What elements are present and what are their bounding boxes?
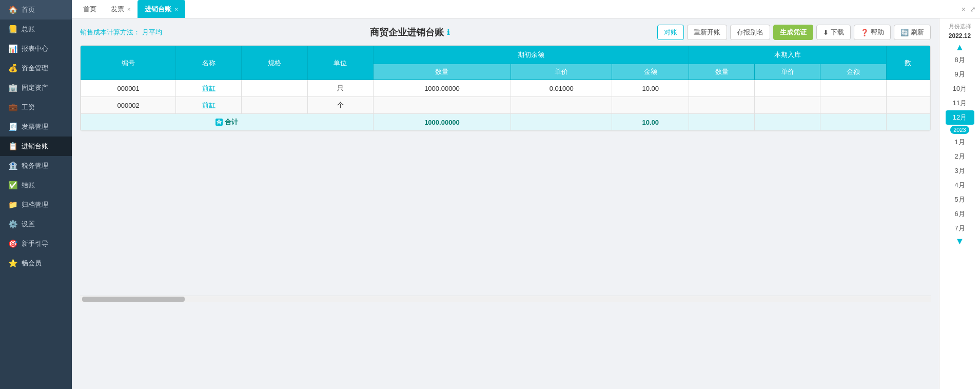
tab-stockledger[interactable]: 进销台账 × [138,0,185,18]
sidebar-item-salary[interactable]: 💼 工资 [0,98,72,117]
reports-icon: 📊 [8,44,17,53]
month-item-6[interactable]: 6月 [946,207,974,221]
sidebar-item-label: 新手引导 [22,239,48,248]
col-header-extra: 数 [886,46,930,80]
sidebar-item-ledger[interactable]: 📒 总账 [0,20,72,39]
total-row: 合 合计 1000.00000 10.00 [81,114,930,131]
month-item-4[interactable]: 4月 [946,178,974,192]
toolbar-row: 销售成本计算方法： 月平均 商贸企业进销台账 ℹ 对账 重新开账 存报别名 生成… [80,25,931,40]
month-item-10[interactable]: 10月 [946,82,974,96]
total-opening-amount: 10.00 [612,114,689,131]
tab-stockledger-close[interactable]: × [174,6,178,12]
month-item-3[interactable]: 3月 [946,164,974,178]
generate-voucher-button[interactable]: 生成凭证 [773,25,813,40]
help-button[interactable]: ❓ 帮助 [854,25,891,40]
refresh-icon: 🔄 [900,29,909,36]
sidebar-item-label: 归档管理 [22,200,48,209]
cell-in-amount [820,80,886,97]
cell-code: 000001 [81,80,176,97]
sub-header-opening-qty: 数量 [373,64,511,80]
cell-spec [242,97,307,114]
total-opening-price [511,114,612,131]
sidebar-item-label: 工资 [22,103,35,112]
reopen-button[interactable]: 重新开账 [687,25,727,40]
month-item-5[interactable]: 5月 [946,192,974,207]
guide-icon: 🎯 [8,239,17,248]
info-icon[interactable]: ℹ [447,28,449,36]
month-item-9[interactable]: 9月 [946,67,974,82]
sidebar-item-label: 首页 [22,5,35,14]
cell-opening-price [511,97,612,114]
cost-method-value: 月平均 [142,28,162,36]
tab-invoice[interactable]: 发票 × [104,0,138,18]
sidebar-item-funds[interactable]: 💰 资金管理 [0,59,72,78]
archive-icon: 📁 [8,200,17,209]
table-row: 000002 前缸 个 [81,97,930,114]
tab-invoice-close[interactable]: × [127,6,130,12]
sidebar-item-label: 进销台账 [22,142,48,151]
tab-bar: 首页 发票 × 进销台账 × × ⤢ [72,0,980,18]
window-maximize-button[interactable]: ⤢ [970,5,976,13]
sidebar-item-label: 总账 [22,25,35,34]
cell-extra [886,97,930,114]
cell-opening-price: 0.01000 [511,80,612,97]
reconcile-button[interactable]: 对账 [657,25,684,40]
funds-icon: 💰 [8,64,17,73]
month-item-8[interactable]: 8月 [946,53,974,67]
cell-in-qty [689,80,755,97]
main-area: 首页 发票 × 进销台账 × × ⤢ 销售成本计算方法： 月平均 [72,0,980,389]
month-picker-year-2022: 2022.12 [949,32,971,40]
download-button[interactable]: ⬇ 下载 [816,25,851,40]
sidebar-item-guide[interactable]: 🎯 新手引导 [0,234,72,254]
sidebar-item-settings[interactable]: ⚙️ 设置 [0,215,72,234]
month-item-7-2023[interactable]: 7月 [946,221,974,236]
cell-code: 000002 [81,97,176,114]
cost-method-label: 销售成本计算方法： [80,28,140,36]
sidebar-item-vip[interactable]: ⭐ 畅会员 [0,254,72,273]
month-item-2[interactable]: 2月 [946,149,974,164]
month-item-11[interactable]: 11月 [946,96,974,110]
sidebar-item-archive[interactable]: 📁 归档管理 [0,195,72,215]
month-next-button[interactable]: ▼ [954,236,966,247]
sidebar-item-assets[interactable]: 🏢 固定资产 [0,78,72,98]
sidebar-item-checkout[interactable]: ✅ 结账 [0,176,72,195]
cell-name: 前缸 [176,97,242,114]
year-badge-2023: 2023 [950,126,969,134]
sidebar-item-reports[interactable]: 📊 报表中心 [0,39,72,59]
sub-header-opening-price: 单价 [511,64,612,80]
sidebar-item-stockledger[interactable]: 📋 进销台账 [0,137,72,156]
total-icon: 合 [215,119,223,126]
sidebar-item-invoice[interactable]: 🧾 发票管理 [0,117,72,137]
col-header-unit: 单位 [307,46,373,80]
name-link[interactable]: 前缸 [202,84,215,92]
window-close-button[interactable]: × [962,5,966,13]
sidebar-item-tax[interactable]: 🏦 税务管理 [0,156,72,176]
total-label-cell: 合 合计 [81,114,374,131]
cell-opening-qty [373,97,511,114]
sidebar-item-home[interactable]: 🏠 首页 [0,0,72,20]
total-opening-qty: 1000.00000 [373,114,511,131]
name-link[interactable]: 前缸 [202,101,215,109]
table-container: 编号 名称 规格 单位 期初余额 本期入库 数 数量 单价 金额 数 [80,45,931,131]
sidebar-item-label: 设置 [22,220,35,229]
sidebar-item-label: 税务管理 [22,161,48,170]
stockledger-icon: 📋 [8,142,17,151]
sidebar-item-label: 结账 [22,181,35,190]
assets-icon: 🏢 [8,83,17,92]
bottom-scrollbar[interactable] [80,296,931,302]
help-icon: ❓ [860,29,869,36]
save-alias-button[interactable]: 存报别名 [730,25,770,40]
refresh-button[interactable]: 🔄 刷新 [894,25,931,40]
cell-unit: 只 [307,80,373,97]
cell-opening-amount [612,97,689,114]
sidebar-item-label: 报表中心 [22,44,48,53]
col-header-spec: 规格 [242,46,307,80]
tab-home[interactable]: 首页 [76,0,104,18]
month-item-1[interactable]: 1月 [946,135,974,149]
month-prev-button[interactable]: ▲ [954,42,966,53]
checkout-icon: ✅ [8,181,17,190]
tab-home-label: 首页 [83,5,96,14]
month-item-12[interactable]: 12月 [946,110,974,125]
col-header-opening-balance: 期初余额 [373,46,689,64]
sub-header-in-amount: 金额 [820,64,886,80]
